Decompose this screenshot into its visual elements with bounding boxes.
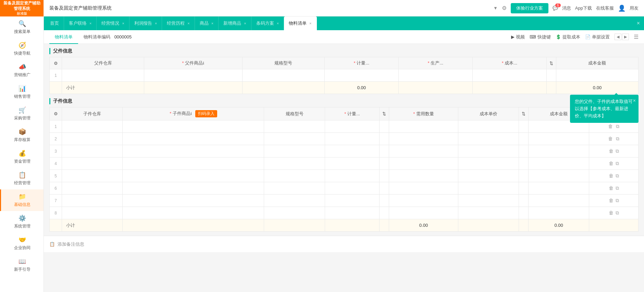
user-label: 用友 [630,5,639,11]
delete-icon-row5[interactable]: 🗑 [609,173,614,178]
tab-customer-close[interactable]: × [89,21,91,25]
child-row-1-warehouse[interactable] [62,120,123,133]
tab-new-goods-close[interactable]: × [244,21,246,25]
compass-icon: 🧭 [18,42,26,49]
child-row-2-needed[interactable] [389,133,458,145]
trial-btn[interactable]: 体验行业方案 [511,3,548,13]
sidebar-item-base-info[interactable]: 📁 基础信息 [0,189,44,211]
online-service-btn[interactable]: 在线客服 [596,5,614,11]
tab-operation-history[interactable]: 经营历程 × [162,16,195,30]
child-row-2-warehouse[interactable] [62,133,123,145]
child-row-1-goods[interactable] [123,120,264,133]
child-row-1-unit-cost[interactable] [458,120,519,133]
sidebar-item-guide-label: 新手引导 [14,267,30,272]
delete-icon-row4[interactable]: 🗑 [609,161,614,166]
child-row-1-qty[interactable] [325,120,380,133]
child-row-2-num: 2 [50,133,62,145]
parent-col-gear[interactable]: ⚙ [50,57,62,69]
parent-row-1-production[interactable] [398,69,472,82]
sidebar-item-finance[interactable]: 💰 资金管理 [0,146,44,168]
tab-goods-close[interactable]: × [211,21,213,25]
content-wrap: × 您的父件、子件的成本取值可以选择【参考成本、最新进价、平均成本】 父件信息 … [44,44,644,236]
copy-icon-row4[interactable]: ⧉ [616,161,619,166]
nav-next-btn[interactable]: ▶ [622,34,629,40]
shortcut-btn[interactable]: ⌨ 快捷键 [530,34,551,40]
sub-tab-bom-list[interactable]: 物料清单 [49,30,78,44]
child-row-6-actions: 🗑⧉ [589,182,639,195]
sidebar-item-inventory[interactable]: 📦 库存核算 [0,125,44,146]
tab-barcode-label: 条码方案 [256,20,274,26]
child-row-2-sort [380,133,389,145]
child-row-2-spec[interactable] [264,133,325,145]
tab-customer[interactable]: 客户联络 × [64,16,97,30]
sidebar-item-quick-nav[interactable]: 🧭 快捷导航 [0,38,44,60]
sidebar-item-quick-nav-label: 快捷导航 [14,50,30,56]
sidebar-item-search[interactable]: 🔍 搜索菜单 [0,16,44,38]
delete-icon-row8[interactable]: 🗑 [609,210,614,215]
copy-icon-row7[interactable]: ⧉ [616,198,619,203]
view-video-btn[interactable]: ▶ 视频 [511,34,525,40]
delete-icon-row1[interactable]: 🗑 [608,124,613,129]
tab-profit-report-close[interactable]: × [155,21,157,25]
sidebar-item-system[interactable]: ⚙️ 系统管理 [0,211,44,233]
close-all-tabs-btn[interactable]: × [634,20,643,26]
child-row-1-sort2 [519,120,528,133]
child-row-4: 4 🗑⧉ [50,157,639,170]
extract-cost-btn[interactable]: 💲 提取成本 [556,34,580,40]
copy-icon-row2[interactable]: ⧉ [616,136,619,141]
nav-prev-btn[interactable]: ◀ [615,34,621,40]
child-row-1-needed[interactable] [389,120,458,133]
copy-icon-row8[interactable]: ⧉ [616,210,619,215]
copy-icon-row5[interactable]: ⧉ [616,173,619,178]
doc-settings-btn[interactable]: 📄 单据设置 [585,34,610,40]
collab-icon: 🤝 [18,236,26,244]
tab-goods[interactable]: 商品 × [195,16,219,30]
delete-icon-row7[interactable]: 🗑 [609,198,614,203]
sidebar-item-guide[interactable]: 📖 新手引导 [0,254,44,276]
child-row-2-unit-cost[interactable] [458,133,519,145]
tooltip-close-btn[interactable]: × [633,97,636,104]
sidebar-item-purchase[interactable]: 🛒 采购管理 [0,103,44,125]
scan-input-btn[interactable]: 扫码录入 [195,110,217,117]
parent-row-1-cost[interactable] [472,69,546,82]
tab-new-goods[interactable]: 新增商品 × [219,16,251,30]
parent-row-1-spec[interactable] [242,69,324,82]
child-row-1-spec[interactable] [264,120,325,133]
parent-row-1-goods[interactable] [144,69,243,82]
sidebar-item-base-info-label: 基础信息 [14,202,30,208]
copy-icon-row3[interactable]: ⧉ [616,148,619,154]
sidebar-item-operation[interactable]: 📋 经营管理 [0,168,44,189]
tab-bom[interactable]: 物料清单 × [284,16,317,30]
child-row-2-qty[interactable] [325,133,380,145]
message-btn-wrap[interactable]: 💬 6 [553,5,558,11]
tab-operation-status-close[interactable]: × [122,21,124,25]
delete-icon-row2[interactable]: 🗑 [608,136,613,141]
dropdown-arrow[interactable]: ▼ [493,5,498,11]
delete-icon-row6[interactable]: 🗑 [609,185,614,191]
child-col-gear[interactable]: ⚙ [50,107,62,120]
child-row-2-goods[interactable] [123,133,264,145]
tab-profit-report[interactable]: 利润报告 × [129,16,162,30]
bottom-note-bar[interactable]: 📋 添加备注信息 [44,236,644,252]
tab-bom-close[interactable]: × [309,21,311,25]
tab-barcode[interactable]: 条码方案 × [251,16,284,30]
copy-icon-row1[interactable]: ⧉ [616,124,619,129]
parent-row-1-warehouse[interactable] [62,69,144,82]
app-download-btn[interactable]: App下载 [575,5,592,11]
tab-operation-history-close[interactable]: × [187,21,189,25]
tab-barcode-close[interactable]: × [277,21,279,25]
parent-row-1-qty[interactable] [324,69,398,82]
sidebar-item-marketing[interactable]: 📣 营销推广 [0,60,44,81]
hamburger-icon[interactable]: ☰ [634,34,639,40]
gear-icon-parent: ⚙ [54,61,58,66]
copy-icon-row6[interactable]: ⧉ [616,185,619,191]
child-row-8-actions: 🗑⧉ [589,207,639,219]
tab-operation-status[interactable]: 经营情况 × [97,16,129,30]
delete-icon-row3[interactable]: 🗑 [609,148,614,154]
sidebar-item-collab[interactable]: 🤝 企业协同 [0,233,44,254]
settings-icon[interactable]: ⚙ [502,5,507,11]
parent-row-1: 1 [50,69,639,82]
child-row-4-num: 4 [50,157,62,170]
sidebar-item-sales[interactable]: 📊 销售管理 [0,81,44,103]
tab-home[interactable]: 首页 [45,16,64,30]
